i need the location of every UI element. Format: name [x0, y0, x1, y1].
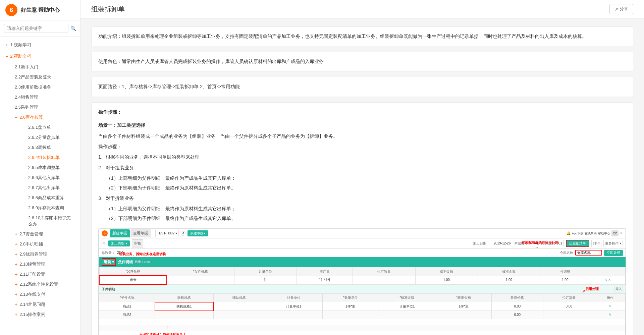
mock-tab-view[interactable]: 查看单据 — [130, 229, 151, 237]
mock-date-val[interactable]: 2019-12-26 — [492, 240, 512, 247]
sidebar-item-2.6.5[interactable]: 2.6.5成本调整单 — [23, 163, 80, 173]
mock-table-top-wrapper: *父件名称 *父件规格 计量单位 主产量 生产数量 成本金额 核准金额 可调整 — [99, 267, 626, 285]
mock-sub-label: 子件明细 — [102, 286, 115, 292]
op-steps-title: 操作步骤： — [98, 108, 626, 116]
sidebar-item-2.5[interactable]: 2.5采购管理 — [9, 102, 80, 112]
mock-type-selector[interactable]: 组装 ▾ — [102, 258, 116, 266]
mock-import-icon[interactable]: 导入 — [614, 286, 623, 292]
mock-table-bottom: *子件名称 联机规格 辅助规格 计量单位 *数量单位 *核准金额 *核准金额 备… — [99, 293, 626, 335]
sub-nav-2.6: 2.6.1盘点单 2.6.2分量盘点单 2.6.3调拨单 2.6.4组装拆卸单 … — [9, 122, 80, 229]
sidebar-item-2.14[interactable]: + 2.14常见问题 — [9, 299, 80, 310]
mock-help-label: 在线帮助 — [585, 231, 597, 236]
sidebar-item-2.6.3[interactable]: 2.6.3调拨单 — [23, 143, 80, 153]
mock-warehouse-input[interactable] — [575, 250, 602, 256]
td-main-qty: 1件*1件 — [297, 276, 353, 284]
row-edit3-icon[interactable]: ✎ — [609, 313, 611, 317]
mock-user-icon[interactable]: CC — [611, 230, 619, 236]
row-edit-icon[interactable]: ✎ — [604, 278, 607, 282]
sidebar-item-2.6.2[interactable]: 2.6.2分量盘点单 — [23, 132, 80, 143]
share-icon: ↗ — [614, 7, 618, 12]
mock-btn-submit[interactable]: 审核 — [132, 239, 143, 247]
sidebar-item-2.7[interactable]: + 2.7资金管理 — [9, 229, 80, 239]
mock-section-bottom-wrapper: 子件明细 导入 启用处理 ↗ — [99, 285, 626, 293]
sidebar-item-2.6.9[interactable]: 2.6.9库存账本查询 — [23, 203, 80, 213]
sidebar-item-2.11[interactable]: + 2.11打印设置 — [9, 269, 80, 279]
sidebar-item-2.2[interactable]: 2.2产品安装及登录 — [9, 72, 80, 82]
sidebar-item-2.4[interactable]: 2.4销售管理 — [9, 92, 80, 102]
td-cost: 1.00 — [415, 276, 478, 284]
mock-menu-icon[interactable]: ≡ — [102, 240, 106, 247]
sidebar: 6 好生意 帮助中心 🔍 + 1.视频学习 − 2.帮助文档 2.1新手入门 2… — [0, 0, 80, 335]
mock-helpcenter-label: 帮助中心 — [598, 231, 610, 236]
mock-close-icon[interactable]: ✕ — [620, 230, 623, 237]
mock-btn-process[interactable]: 立即处理 — [604, 250, 623, 256]
mock-refresh-icon[interactable]: ↺ — [181, 231, 185, 236]
th-parent-name: *父件名称 — [99, 267, 167, 276]
step2-text: 2、对于组装业务 — [98, 164, 626, 172]
th-unit: 计量单位 — [234, 267, 297, 276]
row-del-icon[interactable]: ✕ — [608, 278, 611, 282]
row-edit2-icon[interactable]: ✎ — [609, 304, 611, 308]
scene1-desc: 当由多个子件材料组装成一个成品的业务为【组装】业务，当由一个父件拆分成多个子产品… — [98, 132, 626, 141]
sidebar-item-2.8[interactable]: + 2.8手机旺铺 — [9, 239, 80, 249]
sidebar-item-2.15[interactable]: + 2.15操作案例 — [9, 310, 80, 320]
mock-browser: 6 新建单据 查看单据 TEST-H002 ▾ ↺ 新建单据▾ 🔔 Ap — [99, 229, 626, 335]
share-button[interactable]: ↗ 分享 — [609, 4, 633, 14]
mock-bell-icon[interactable]: 🔔 — [567, 230, 571, 236]
mock-doc-area: TEST-H002 ▾ ↺ 新建单据▾ — [153, 230, 565, 237]
sidebar-item-docs[interactable]: − 2.帮助文档 — [0, 51, 80, 62]
table-row: 商品1 联机规格1 计量单位1 1件*主 计量单位1 1件*主 0.00 0.0… — [99, 302, 626, 311]
step2-sub2: （2）下部明细为子件明细，最终作为原材料生成其它出库单。 — [106, 184, 626, 192]
main-content: 组装拆卸单 ↗ 分享 功能介绍：组装拆卸单用来处理企业组装或拆卸等加工业务，支持… — [80, 0, 644, 335]
collapse-icon: − — [5, 54, 8, 59]
th-main-qty: 主产量 — [297, 267, 353, 276]
table-row: 商品2 0.00 ✎ — [99, 311, 626, 319]
th-parent-spec: *父件规格 — [167, 267, 234, 276]
mock-date-label: 加工日期： — [473, 240, 490, 246]
mock-section-top: 组装 ▾ 父件明细 数量：0.00 — [99, 257, 626, 267]
sidebar-item-2.6.10[interactable]: 2.6.10库存账本错了怎么办 — [23, 213, 80, 229]
mock-btn-save[interactable]: 加工类型 ▾ — [108, 240, 130, 246]
search-icon[interactable]: 🔍 — [70, 26, 76, 31]
sidebar-item-2.6.4[interactable]: 2.6.4组装拆卸单 — [23, 153, 80, 163]
annotation-haslist-arrow: → — [535, 244, 539, 251]
sidebar-item-2.6[interactable]: − 2.6库存核算 — [9, 112, 80, 122]
annotation-arrow-down: ↓ — [126, 256, 128, 263]
sidebar-item-2.6.6[interactable]: 2.6.6其他入库单 — [23, 173, 80, 183]
scene1-title: 场景一：加工类型选择 — [98, 121, 626, 129]
mock-btn-print[interactable]: 打印 — [591, 240, 601, 247]
mock-section-hint: 数量：0.00 — [135, 259, 150, 265]
sidebar-item-2.3[interactable]: 2.3使用前数据准备 — [9, 82, 80, 92]
mock-btn-new-doc[interactable]: 新建单据▾ — [187, 230, 208, 236]
sidebar-item-2.6.8[interactable]: 2.6.8商品成本重算 — [23, 193, 80, 203]
sidebar-item-2.9[interactable]: + 2.9优惠券管理 — [9, 249, 80, 259]
sidebar-item-2.13[interactable]: + 2.13在线支付 — [9, 289, 80, 299]
mock-doc-select[interactable]: TEST-H002 ▾ — [155, 230, 179, 237]
search-bar: 🔍 — [0, 20, 80, 37]
info-block-role: 使用角色：通常由生产人员或库管人员完成拆装业务的操作，库管人员确认原材料的出库和… — [91, 52, 633, 71]
mock-btn-more[interactable]: 更多操作 ▾ — [603, 240, 623, 247]
mock-count-row: 总数量： 26个 仓库名称 立即处理 — [99, 249, 626, 257]
role-text: 使用角色：通常由生产人员或库管人员完成拆装业务的操作，库管人员确认原材料的出库和… — [98, 57, 626, 66]
td-parent-name: 米米 — [99, 276, 167, 284]
sidebar-item-2.12[interactable]: + 2.12系统个性化设置 — [9, 279, 80, 289]
annotation-enable: 启用处理 — [585, 286, 599, 292]
td-row-ops: ✎ ✕ — [590, 276, 626, 284]
th-ops — [590, 267, 626, 276]
app-logo: 6 — [5, 4, 17, 16]
page-title: 组装拆卸单 — [91, 5, 125, 14]
sidebar-item-2.6.1[interactable]: 2.6.1盘点单 — [23, 122, 80, 132]
sidebar-item-video[interactable]: + 1.视频学习 — [0, 39, 80, 51]
mock-tab-new[interactable]: 新建单据 — [110, 229, 130, 237]
mock-topbar-icons: 🔔 App下载 在线帮助 帮助中心 CC ✕ — [567, 230, 623, 237]
info-block-path: 页面路径：1、库存核算->库存管理->组装拆卸单 2、首页->常用功能 — [91, 77, 633, 97]
intro-text: 功能介绍：组装拆卸单用来处理企业组装或拆卸等加工业务，支持有固定装配清单的产品加… — [98, 32, 626, 41]
annotation-haslist-top: 有装配清单的在这里处理 — [522, 240, 558, 246]
mock-btn-haslist[interactable]: 已选配清单 — [566, 240, 589, 247]
sidebar-item-2.6.7[interactable]: 2.6.7其他出库单 — [23, 183, 80, 193]
info-block-intro: 功能介绍：组装拆卸单用来处理企业组装或拆卸等加工业务，支持有固定装配清单的产品加… — [91, 26, 633, 46]
sidebar-item-2.10[interactable]: + 2.10经营管理 — [9, 259, 80, 269]
mock-app-label: App下载 — [572, 231, 583, 236]
search-input[interactable] — [4, 24, 68, 33]
sidebar-item-2.1[interactable]: 2.1新手入门 — [9, 62, 80, 72]
